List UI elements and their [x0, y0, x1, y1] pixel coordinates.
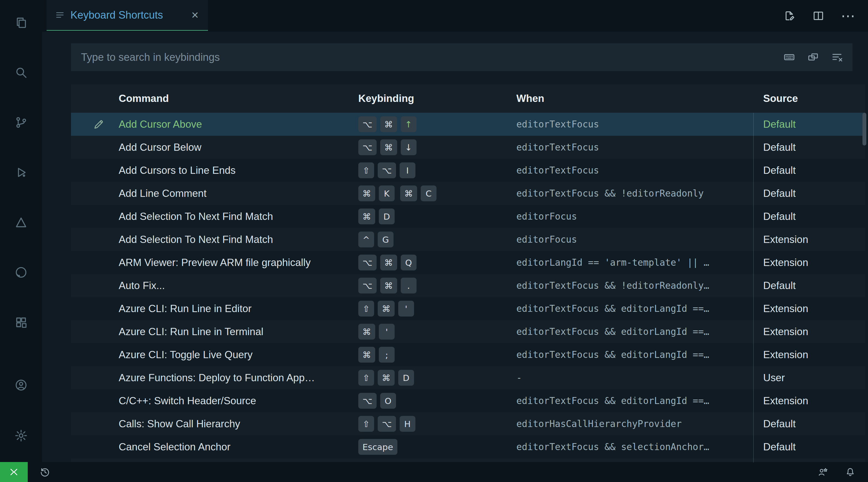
when-cell: editorTextFocus && editorLangId ==…	[516, 343, 709, 366]
key-chip: ⌘	[358, 186, 375, 201]
when-cell: editorTextFocus	[516, 159, 599, 182]
key-chip: C	[421, 186, 436, 201]
tab-bar: Keyboard Shortcuts × ⋯	[42, 0, 868, 32]
when-cell: editorTextFocus && selectionAnchor…	[516, 435, 709, 458]
key-chip: ⌘	[378, 370, 395, 386]
tab-keyboard-shortcuts[interactable]: Keyboard Shortcuts ×	[46, 0, 208, 31]
bell-icon[interactable]	[845, 466, 856, 478]
keybinding-cell: ⌘;	[358, 343, 395, 366]
command-cell: Add Cursors to Line Ends	[119, 159, 236, 182]
remote-indicator[interactable]	[0, 462, 28, 482]
source-cell: User	[763, 366, 785, 389]
close-icon[interactable]: ×	[190, 9, 200, 21]
source-cell: Default	[763, 159, 796, 182]
history-icon[interactable]	[39, 466, 51, 478]
search-icon[interactable]	[14, 65, 28, 79]
command-cell: Azure CLI: Toggle Live Query	[119, 343, 253, 366]
list-icon	[55, 10, 65, 20]
command-cell: Azure Functions: Deploy to Function App…	[119, 366, 315, 389]
when-cell: editorTextFocus && editorLangId ==…	[516, 320, 709, 343]
explorer-icon[interactable]	[14, 16, 28, 29]
table-row[interactable]: Add Selection To Next Find Match ^G edit…	[71, 228, 865, 251]
key-chip: ⌘	[380, 139, 397, 155]
keybindings-search-bar	[71, 43, 852, 71]
key-chip: Q	[401, 255, 416, 271]
key-chip: ⇧	[358, 301, 374, 316]
key-chord: ⌘;	[358, 347, 395, 363]
key-chip: K	[379, 186, 395, 201]
azure-icon[interactable]	[14, 216, 28, 229]
key-chip: ↓	[401, 139, 416, 155]
keybinding-cell: ⇧⌘D	[358, 366, 414, 389]
when-cell: editorFocus	[516, 228, 577, 251]
record-keys-icon[interactable]	[807, 51, 819, 63]
table-row[interactable]: Add Selection To Next Find Match ⌘D edit…	[71, 205, 865, 228]
remote-indicator-icon	[8, 466, 20, 478]
key-chord: ⇧⌘'	[358, 301, 414, 316]
vscode-window: Keyboard Shortcuts × ⋯ Command Keybindin…	[0, 0, 868, 482]
key-chip: ⌥	[358, 278, 377, 293]
tab-label: Keyboard Shortcuts	[70, 9, 185, 21]
keybindings-editor: Command Keybinding When Source Add Curso…	[42, 32, 868, 462]
account-icon[interactable]	[14, 378, 28, 392]
keybindings-rows: Add Cursor Above ⌥⌘↑ editorTextFocus Def…	[71, 113, 865, 462]
activity-bar-top	[0, 0, 42, 329]
command-cell: Add Cursor Below	[119, 136, 202, 159]
header-source: Source	[763, 84, 798, 113]
edit-pencil-icon	[93, 118, 105, 131]
table-row[interactable]: Azure CLI: Run Line in Editor ⇧⌘' editor…	[71, 297, 865, 320]
run-debug-icon[interactable]	[14, 166, 28, 179]
command-cell: Add Selection To Next Find Match	[119, 228, 273, 251]
keybinding-cell: ⇧⌘'	[358, 297, 414, 320]
table-row[interactable]: ARM Viewer: Preview ARM file graphically…	[71, 251, 865, 274]
table-row[interactable]: Azure CLI: Toggle Live Query ⌘; editorTe…	[71, 343, 865, 366]
key-chord: ⌥⌘.	[358, 278, 416, 293]
key-chord: ⇧⌘D	[358, 370, 414, 386]
key-chord: ⌘'	[358, 324, 395, 340]
scrollbar-thumb[interactable]	[863, 113, 866, 145]
key-chord: ⌥⌘↓	[358, 139, 416, 155]
feedback-icon[interactable]	[817, 466, 828, 478]
table-row[interactable]: Auto Fix... ⌥⌘. editorTextFocus && !edit…	[71, 274, 865, 297]
table-row[interactable]: Azure Functions: Deploy to Function App……	[71, 366, 865, 389]
when-cell: editorHasCallHierarchyProvider	[516, 412, 682, 435]
extensions-icon[interactable]	[14, 315, 28, 329]
command-cell: Calls: Show Call Hierarchy	[119, 412, 240, 435]
split-editor-icon[interactable]	[812, 9, 825, 22]
more-actions-icon[interactable]: ⋯	[841, 0, 856, 32]
table-row[interactable]: Add Cursor Above ⌥⌘↑ editorTextFocus Def…	[71, 113, 865, 136]
table-row[interactable]: Add Cursors to Line Ends ⇧⌥I editorTextF…	[71, 159, 865, 182]
command-cell: Auto Fix...	[119, 274, 165, 297]
table-header: Command Keybinding When Source	[71, 84, 865, 113]
table-row[interactable]: Azure CLI: Run Line in Terminal ⌘' edito…	[71, 320, 865, 343]
keybinding-cell: ⌥⌘↓	[358, 136, 416, 159]
github-icon[interactable]	[14, 265, 28, 279]
key-chip: ⌘	[358, 347, 375, 363]
keyboard-icon[interactable]	[783, 51, 795, 63]
key-chord: ⇧⌥I	[358, 163, 415, 178]
key-chip: ⌥	[378, 163, 396, 178]
key-chip: '	[398, 301, 414, 316]
source-control-icon[interactable]	[14, 115, 28, 130]
open-keybindings-json-icon[interactable]	[783, 9, 796, 22]
key-chord: ^G	[358, 232, 394, 247]
key-chord: ⌥⌘↑	[358, 116, 416, 132]
key-chip: D	[379, 208, 395, 224]
table-row[interactable]: Add Cursor Below ⌥⌘↓ editorTextFocus Def…	[71, 136, 865, 159]
source-cell: Default	[763, 182, 796, 205]
clear-sort-icon[interactable]	[831, 51, 843, 63]
source-cell: Extension	[763, 297, 808, 320]
source-cell: Default	[763, 113, 796, 136]
table-row[interactable]: Cancel Selection Anchor Escape editorTex…	[71, 435, 865, 458]
when-cell: -	[516, 366, 522, 389]
table-row[interactable]: Add Line Comment ⌘K⌘C editorTextFocus &&…	[71, 182, 865, 205]
activity-bar-bottom	[0, 378, 42, 443]
source-cell: Extension	[763, 343, 808, 366]
table-row[interactable]: Calls: Show Call Hierarchy ⇧⌥H editorHas…	[71, 412, 865, 435]
key-chip: ;	[379, 347, 395, 363]
table-row[interactable]: C/C++: Switch Header/Source ⌥O editorTex…	[71, 389, 865, 412]
when-cell: editorTextFocus	[516, 113, 599, 136]
settings-gear-icon[interactable]	[14, 429, 28, 443]
search-input[interactable]	[81, 51, 783, 64]
source-cell: Extension	[763, 389, 808, 412]
